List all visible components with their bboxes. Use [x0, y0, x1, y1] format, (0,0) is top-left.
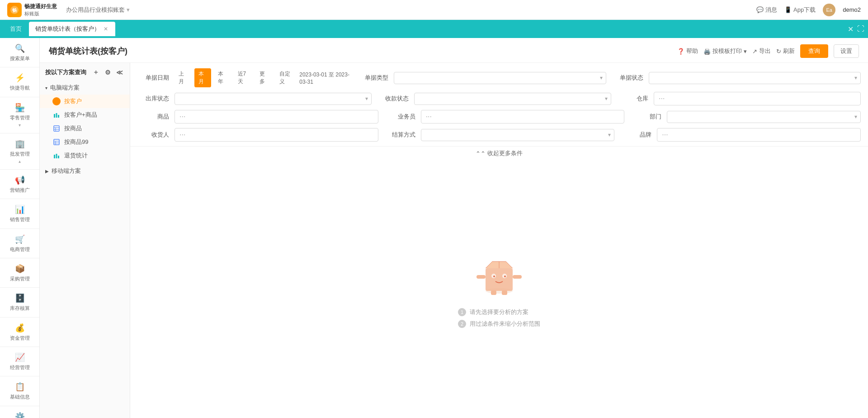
export-button[interactable]: ↗ 导出: [752, 47, 771, 55]
type-select-wrap: [394, 72, 606, 84]
date-btn-last-month[interactable]: 上月: [175, 68, 192, 87]
payment-select[interactable]: [421, 129, 615, 141]
scheme-item-by-product[interactable]: 按商品: [40, 122, 130, 135]
by-customer-label: 按客户: [64, 97, 82, 105]
date-btn-this-month[interactable]: 本月: [194, 68, 212, 87]
svg-rect-13: [54, 155, 55, 158]
scheme-item-return-stats[interactable]: 退货统计: [40, 149, 130, 162]
sidebar-retail-label: 零售管理: [10, 114, 30, 121]
marketing-icon: 📢: [15, 175, 25, 185]
tip-text-2: 用过滤条件来缩小分析范围: [470, 318, 540, 330]
scheme-settings-button[interactable]: ⚙: [103, 67, 113, 77]
product-label: 商品: [137, 113, 169, 121]
refresh-icon: ↻: [776, 48, 781, 55]
scheme-header-actions: ＋ ⚙ ≪: [91, 67, 124, 77]
brand-input-wrap[interactable]: ···: [657, 128, 861, 142]
search-icon: 🔍: [15, 43, 25, 53]
department-select[interactable]: [667, 111, 861, 123]
retail-icon: 🏪: [15, 103, 25, 113]
message-icon: 💬: [756, 6, 764, 13]
settings-button[interactable]: 设置: [834, 44, 859, 58]
header-left: 畅 畅捷通好生意 标账版 办公用品行业模拟账套 ▾: [7, 3, 130, 17]
sidebar-item-quicknav[interactable]: ⚡ 快捷导航: [0, 67, 39, 97]
sidebar-item-wholesale[interactable]: 🏢 批发管理 ▴: [0, 133, 39, 170]
sidebar-item-search[interactable]: 🔍 搜索菜单: [0, 38, 39, 67]
salesperson-input-wrap[interactable]: ···: [421, 110, 625, 124]
return-stats-icon: [52, 152, 61, 160]
collapse-bar[interactable]: ⌃⌃ 收起更多条件: [130, 146, 868, 160]
date-range-text: 2023-03-01 至 2023-03-31: [299, 71, 351, 85]
download-icon: 📱: [784, 6, 792, 13]
refresh-button[interactable]: ↻ 刷新: [776, 47, 795, 55]
tab-sales-stats[interactable]: 销货单统计表（按客户） ✕: [29, 22, 115, 36]
sidebar-item-ecommerce[interactable]: 🛒 电商管理: [0, 229, 39, 258]
warehouse-input-wrap[interactable]: ···: [654, 92, 861, 105]
type-select[interactable]: [394, 72, 606, 84]
svg-rect-26: [502, 290, 507, 295]
by-customer-icon: [52, 97, 61, 105]
svg-point-21: [493, 276, 495, 277]
sidebar-item-inventory[interactable]: 🗄️ 库存核算: [0, 288, 39, 317]
sidebar-item-marketing[interactable]: 📢 营销推广: [0, 170, 39, 199]
status-select[interactable]: [649, 72, 861, 84]
scheme-mobile-label: 移动端方案: [52, 167, 81, 175]
scheme-item-by-customer-product[interactable]: 按客户+商品: [40, 108, 130, 122]
export-icon: ↗: [752, 48, 757, 55]
main-area: 🔍 搜索菜单 ⚡ 快捷导航 🏪 零售管理 ▾ 🏢 批发管理 ▴ 📢 营销推广: [0, 38, 868, 418]
warehouse-label: 仓库: [617, 95, 648, 103]
app-download-button[interactable]: 📱 App下载: [784, 6, 816, 14]
sidebar-item-retail[interactable]: 🏪 零售管理 ▾: [0, 97, 39, 133]
window-close-icon[interactable]: ✕: [848, 25, 854, 33]
inventory-icon: 🗄️: [15, 293, 25, 303]
date-btn-last-7days[interactable]: 近7天: [234, 68, 253, 87]
message-button[interactable]: 💬 消息: [756, 6, 777, 14]
sidebar-marketing-label: 营销推广: [10, 187, 30, 193]
logo-area[interactable]: 畅 畅捷通好生意 标账版: [7, 3, 57, 17]
desktop-arrow-icon: ▾: [45, 86, 47, 90]
tab-close-icon[interactable]: ✕: [103, 26, 109, 32]
date-btn-this-year[interactable]: 本年: [214, 68, 231, 87]
sidebar-item-purchase[interactable]: 📦 采购管理: [0, 258, 39, 288]
scheme-item-by-customer[interactable]: 按客户: [40, 95, 130, 108]
receiver-input-wrap[interactable]: ···: [175, 128, 378, 142]
sidebar-item-operations[interactable]: 📈 经营管理: [0, 347, 39, 376]
query-button[interactable]: 查询: [800, 44, 828, 58]
help-button[interactable]: ❓ 帮助: [677, 47, 698, 55]
sidebar-wholesale-label: 批发管理: [10, 151, 30, 157]
left-sidebar: 🔍 搜索菜单 ⚡ 快捷导航 🏪 零售管理 ▾ 🏢 批发管理 ▴ 📢 营销推广: [0, 38, 40, 418]
sidebar-finance-label: 资金管理: [10, 335, 30, 341]
sidebar-item-sales[interactable]: 📊 销售管理: [0, 199, 39, 228]
breadcrumb-text: 办公用品行业模拟账套: [66, 6, 125, 14]
salesperson-dots: ···: [426, 113, 432, 121]
help-icon: ❓: [677, 48, 684, 55]
scheme-add-button[interactable]: ＋: [91, 67, 101, 77]
finance-icon: 💰: [15, 323, 25, 333]
scheme-item-by-product-99[interactable]: 按商品99: [40, 135, 130, 149]
scheme-collapse-button[interactable]: ≪: [114, 67, 124, 77]
date-btn-more[interactable]: 更多: [255, 68, 273, 87]
sidebar-item-system[interactable]: ⚙️ 系统管理: [0, 406, 39, 418]
pay-status-select[interactable]: [414, 93, 611, 105]
tab-home[interactable]: 首页: [4, 22, 28, 36]
sidebar-operations-label: 经营管理: [10, 364, 30, 370]
user-name[interactable]: demo2: [843, 6, 861, 13]
window-controls: ✕ ⛶: [848, 25, 864, 33]
logo-icon: 畅: [7, 3, 22, 17]
product-input-wrap[interactable]: ···: [175, 110, 378, 124]
sidebar-item-basic[interactable]: 📋 基础信息: [0, 376, 39, 406]
filter-scheme-area: 按以下方案查询 ＋ ⚙ ≪ ▾ 电脑端方案: [40, 63, 868, 418]
scheme-header: 按以下方案查询 ＋ ⚙ ≪: [40, 63, 130, 81]
out-status-select[interactable]: [175, 93, 372, 105]
window-maximize-icon[interactable]: ⛶: [857, 25, 864, 33]
template-print-button[interactable]: 🖨️ 按模板打印 ▾: [703, 47, 747, 55]
scheme-group-mobile-header[interactable]: ▶ 移动端方案: [40, 164, 130, 178]
date-btn-custom[interactable]: 自定义: [275, 68, 297, 87]
app-download-label: App下载: [793, 6, 816, 14]
scheme-group-desktop-header[interactable]: ▾ 电脑端方案: [40, 81, 130, 95]
purchase-icon: 📦: [15, 264, 25, 274]
brand-dots: ···: [662, 131, 668, 139]
sidebar-ecommerce-label: 电商管理: [10, 246, 30, 252]
sidebar-item-finance[interactable]: 💰 资金管理: [0, 318, 39, 347]
salesperson-label: 业务员: [384, 113, 415, 121]
filter-row-4: 收货人 ··· 结算方式 品牌 ···: [137, 128, 861, 142]
